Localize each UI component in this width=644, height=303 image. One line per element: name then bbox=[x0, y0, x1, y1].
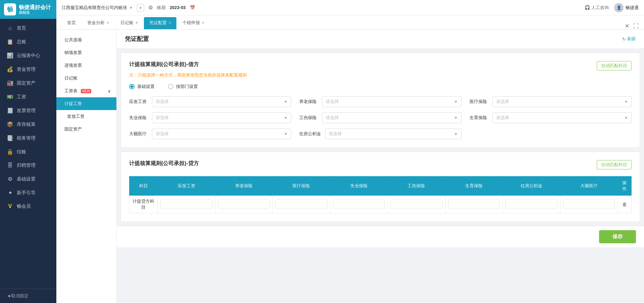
sidebar-item-guide[interactable]: ✦ 新手引导 bbox=[0, 186, 56, 200]
guide-icon: ✦ bbox=[7, 190, 13, 196]
company-name: 江西服宝精品有限责任公司内账张 bbox=[62, 5, 127, 11]
header-settings-button[interactable]: ⚙ bbox=[148, 4, 153, 11]
select-maternity[interactable]: 请选择 ▼ bbox=[492, 112, 632, 123]
sidebar-item-invoice[interactable]: 🧾 发票管理 bbox=[0, 104, 56, 117]
left-nav-public[interactable]: 公共选项 bbox=[56, 34, 116, 46]
select-payroll[interactable]: 请选择 ▼ bbox=[152, 96, 291, 107]
tab-diary-close[interactable]: × bbox=[136, 20, 138, 25]
left-nav-payroll-accrual[interactable]: 计提工资 bbox=[56, 97, 116, 110]
credit-section: 计提核算规则(公司承担)-贷方 自动匹配科目 科目 应发工资 养老保险 医疗保险… bbox=[121, 152, 640, 222]
tab-fund-analysis-close[interactable]: × bbox=[107, 20, 109, 25]
form-row-maternity: 生育保险 请选择 ▼ bbox=[470, 112, 632, 123]
input-medical[interactable] bbox=[275, 200, 327, 209]
sidebar-label-ledger: 总账 bbox=[17, 39, 26, 45]
debit-auto-match-button[interactable]: 自动匹配科目 bbox=[597, 61, 632, 70]
sidebar-label-home: 首页 bbox=[17, 25, 26, 31]
period-calendar-icon[interactable]: 📅 bbox=[190, 5, 195, 10]
sidebar-item-tax[interactable]: 📑 税务管理 bbox=[0, 131, 56, 145]
tab-diary[interactable]: 日记账 × bbox=[115, 17, 143, 29]
top-header: 江西服宝精品有限责任公司内账张 ▼ + ⚙ 账期 2023-03 📅 🎧 人工咨… bbox=[56, 0, 644, 15]
tab-tax-report-close[interactable]: × bbox=[202, 20, 204, 25]
form-row-medical: 医疗保险 请选择 ▼ bbox=[470, 96, 632, 107]
close-all-icon[interactable]: ✕ bbox=[625, 23, 629, 29]
credit-auto-match-button[interactable]: 自动匹配科目 bbox=[597, 160, 632, 169]
left-nav-diary[interactable]: 日记账 bbox=[56, 72, 116, 85]
sidebar-label-payroll: 工资 bbox=[17, 94, 26, 100]
left-nav-fixed-assets[interactable]: 固定资产 bbox=[56, 123, 116, 136]
sidebar-item-settings[interactable]: ⚙ 基础设置 bbox=[0, 172, 56, 186]
delete-row-button[interactable]: 🗑 bbox=[622, 202, 627, 207]
left-nav: 公共选项 销项发票 进项发票 日记账 工资表 NEW ∨ 计提工资 发放工资 bbox=[56, 30, 117, 303]
select-housing-fund[interactable]: 请选择 ▼ bbox=[325, 129, 461, 139]
radio-group: 基础设置 按部门设置 bbox=[129, 84, 632, 90]
archive-icon: 🗄 bbox=[7, 162, 13, 168]
avatar: 👤 bbox=[614, 3, 624, 12]
radio-by-dept[interactable]: 按部门设置 bbox=[168, 84, 198, 90]
settings-icon: ⚙ bbox=[7, 176, 13, 182]
label-unemployment: 失业保险 bbox=[129, 115, 148, 121]
left-nav-payroll-pay[interactable]: 发放工资 bbox=[56, 110, 116, 123]
input-unemployment[interactable] bbox=[333, 200, 385, 209]
select-pension[interactable]: 请选择 ▼ bbox=[322, 96, 461, 107]
sidebar-item-payroll[interactable]: 💵 工资 bbox=[0, 90, 56, 104]
refresh-label: 刷新 bbox=[627, 36, 636, 42]
company-dropdown-icon: ▼ bbox=[129, 6, 133, 10]
sidebar-item-fixed-assets[interactable]: 🏭 固定资产 bbox=[0, 76, 56, 90]
sidebar-item-inventory[interactable]: 📦 库存核算 bbox=[0, 117, 56, 131]
add-account-button[interactable]: + bbox=[137, 4, 144, 11]
input-payroll[interactable] bbox=[160, 200, 212, 209]
col-subject: 科目 bbox=[129, 176, 158, 196]
tab-diary-label: 日记账 bbox=[120, 20, 133, 26]
page-title: 凭证配置 bbox=[125, 35, 149, 43]
cell-payroll bbox=[158, 196, 215, 213]
invoice-icon: 🧾 bbox=[7, 107, 13, 114]
sidebar-item-home[interactable]: ⌂ 首页 bbox=[0, 21, 56, 35]
user-info[interactable]: 👤 畅捷通 bbox=[614, 3, 639, 12]
select-medical-placeholder: 请选择 bbox=[496, 99, 509, 105]
sidebar-item-archive[interactable]: 🗄 归档管理 bbox=[0, 159, 56, 172]
tab-home[interactable]: 首页 bbox=[62, 17, 81, 29]
sidebar-item-vip[interactable]: V 畅会员 bbox=[0, 200, 56, 213]
radio-by-dept-label: 按部门设置 bbox=[176, 84, 198, 90]
reports-icon: 📊 bbox=[7, 52, 13, 59]
tab-tax-report[interactable]: 个税申报 × bbox=[177, 17, 210, 29]
expand-icon[interactable]: ⛶ bbox=[633, 23, 639, 29]
sidebar-item-reports[interactable]: 📊 云报表中心 bbox=[0, 49, 56, 62]
select-large-medical[interactable]: 请选择 ▼ bbox=[152, 129, 291, 139]
radio-basic[interactable]: 基础设置 bbox=[129, 84, 155, 90]
input-housing[interactable] bbox=[505, 200, 557, 209]
sidebar-item-funds[interactable]: 💰 资金管理 bbox=[0, 62, 56, 76]
sidebar-item-ledger[interactable]: 📋 总账 bbox=[0, 35, 56, 49]
cell-medical bbox=[273, 196, 330, 213]
left-nav-sales-invoice[interactable]: 销项发票 bbox=[56, 46, 116, 59]
tab-tax-report-label: 个税申报 bbox=[182, 20, 200, 26]
refresh-button[interactable]: ↻ 刷新 bbox=[622, 36, 636, 42]
select-medical[interactable]: 请选择 ▼ bbox=[492, 96, 632, 107]
cell-pension bbox=[215, 196, 272, 213]
app-logo: 畅 畅捷通好会计 旗舰版 bbox=[0, 0, 56, 19]
company-selector[interactable]: 江西服宝精品有限责任公司内账张 ▼ bbox=[62, 5, 133, 11]
input-injury[interactable] bbox=[390, 200, 442, 209]
col-large-medical: 大额医疗 bbox=[560, 176, 618, 196]
label-payroll: 应发工资 bbox=[129, 99, 148, 105]
select-unemployment[interactable]: 请选择 ▼ bbox=[152, 112, 291, 123]
tab-fund-analysis[interactable]: 资金分析 × bbox=[82, 17, 114, 29]
inventory-icon: 📦 bbox=[7, 121, 13, 128]
save-button[interactable]: 保存 bbox=[599, 230, 636, 243]
sidebar-nav: ⌂ 首页 📋 总账 📊 云报表中心 💰 资金管理 🏭 固定资产 💵 工资 🧾 发… bbox=[0, 19, 56, 289]
input-pension[interactable] bbox=[218, 200, 270, 209]
left-nav-purchase-invoice[interactable]: 进项发票 bbox=[56, 59, 116, 72]
sidebar-label-funds: 资金管理 bbox=[17, 66, 36, 72]
input-maternity[interactable] bbox=[448, 200, 500, 209]
sidebar-item-closing[interactable]: 🔒 结账 bbox=[0, 145, 56, 159]
left-nav-fixed-assets-label: 固定资产 bbox=[64, 126, 82, 132]
ai-consult-button[interactable]: 🎧 人工咨询 bbox=[585, 5, 609, 11]
tab-voucher-config-close[interactable]: × bbox=[169, 20, 171, 25]
radio-basic-label: 基础设置 bbox=[137, 84, 155, 90]
select-injury[interactable]: 请选择 ▼ bbox=[322, 112, 461, 123]
input-large-medical[interactable] bbox=[563, 200, 615, 209]
left-nav-payroll-table[interactable]: 工资表 NEW ∨ bbox=[56, 85, 116, 97]
tab-voucher-config[interactable]: 凭证配置 × bbox=[144, 17, 176, 29]
sidebar: 畅 畅捷通好会计 旗舰版 ⌂ 首页 📋 总账 📊 云报表中心 💰 资金管理 🏭 … bbox=[0, 0, 56, 303]
cancel-fixed-button[interactable]: ◄取消固定 bbox=[0, 289, 56, 303]
